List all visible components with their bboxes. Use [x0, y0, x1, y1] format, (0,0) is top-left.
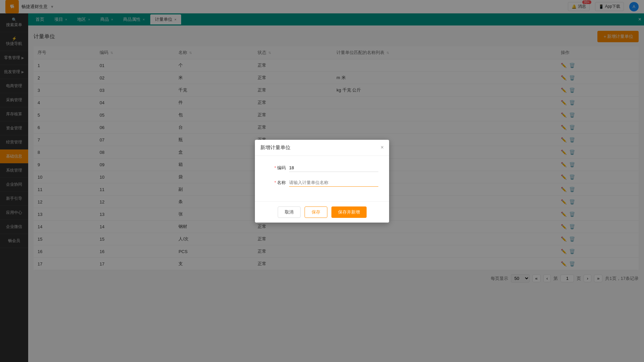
- code-form-row: *编码: [266, 164, 378, 172]
- modal-title: 新增计量单位: [260, 144, 290, 151]
- name-label: *名称: [266, 180, 286, 186]
- save-button[interactable]: 保存: [305, 206, 327, 218]
- modal-body: *编码 *名称: [255, 156, 389, 201]
- modal-close-button[interactable]: ×: [381, 144, 384, 150]
- name-form-row: *名称: [266, 179, 378, 187]
- modal-footer: 取消 保存 保存并新增: [255, 201, 389, 223]
- name-input[interactable]: [289, 179, 378, 187]
- modal-header: 新增计量单位 ×: [255, 140, 389, 156]
- code-input[interactable]: [289, 164, 378, 172]
- modal-overlay[interactable]: 新增计量单位 × *编码 *名称 取消 保存 保存并新增: [0, 0, 644, 362]
- code-label: *编码: [266, 165, 286, 171]
- cancel-button[interactable]: 取消: [278, 206, 301, 218]
- add-unit-modal: 新增计量单位 × *编码 *名称 取消 保存 保存并新增: [255, 140, 389, 223]
- save-and-new-button[interactable]: 保存并新增: [331, 206, 367, 218]
